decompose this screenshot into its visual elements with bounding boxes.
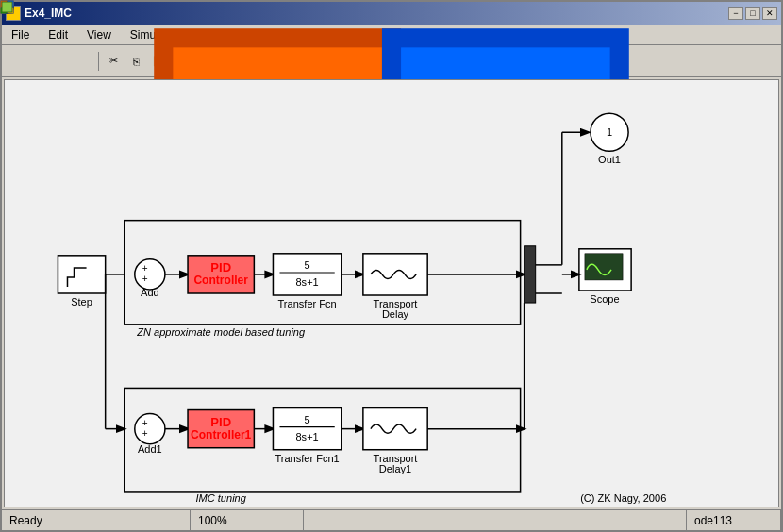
add-label: Add (141, 287, 159, 298)
svg-rect-69 (363, 408, 427, 450)
svg-text:+: + (142, 418, 148, 428)
toolbar: ✂ ⎘ 📋 ↩ ↪ ▶ ⏹ Normal Accelerator (2, 45, 781, 77)
svg-text:Delay: Delay (382, 308, 409, 320)
transfer-fcn-top-label: Transfer Fcn (278, 298, 337, 309)
extra-button[interactable] (512, 51, 533, 72)
controller1-label: Controller1 (191, 428, 252, 441)
svg-text:+: + (142, 274, 148, 284)
copyright-label: (C) ZK Nagy, 2006 (580, 492, 666, 504)
main-window: Ex4_IMC − □ ✕ File Edit View Simulation … (0, 0, 783, 532)
bottom-path-label: IMC tuning (196, 492, 247, 504)
transfer-fcn1-label: Transfer Fcn1 (275, 453, 339, 464)
svg-rect-50 (525, 246, 536, 303)
svg-point-58 (135, 414, 165, 444)
svg-text:5: 5 (305, 259, 310, 271)
svg-rect-27 (2, 2, 12, 12)
svg-text:+: + (142, 428, 148, 439)
out1-label: Out1 (598, 154, 621, 165)
controller-top-label: Controller (193, 274, 248, 287)
scope-label: Scope (590, 293, 619, 305)
svg-rect-47 (363, 254, 427, 295)
svg-text:5: 5 (305, 414, 310, 425)
svg-point-36 (135, 259, 165, 290)
svg-text:Delay1: Delay1 (379, 463, 411, 474)
svg-text:1: 1 (607, 126, 612, 138)
svg-rect-33 (58, 256, 105, 293)
svg-text:8s+1: 8s+1 (295, 431, 318, 442)
diagram-canvas[interactable]: 1 Out1 Step + + Add (4, 79, 779, 507)
svg-text:8s+1: 8s+1 (295, 276, 318, 288)
pid-top-label: PID (210, 260, 231, 274)
pid-bottom-label: PID (210, 415, 231, 429)
step-label: Step (71, 296, 92, 308)
top-path-label: ZN approximate model based tuning (136, 326, 306, 338)
svg-rect-54 (585, 254, 623, 280)
svg-text:+: + (142, 263, 148, 274)
add1-label: Add1 (138, 443, 162, 455)
